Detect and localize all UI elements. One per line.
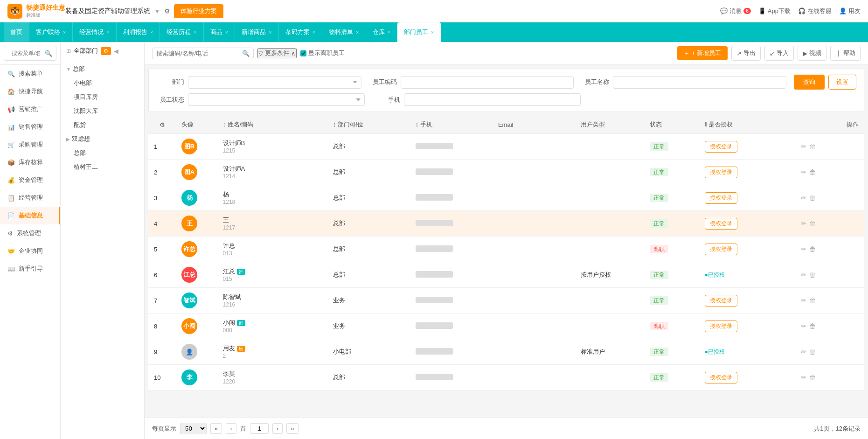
sidebar-item-collab[interactable]: 🤝企业协同 <box>0 242 60 260</box>
edit-btn[interactable]: ✏ <box>801 245 806 253</box>
more-filter-btn[interactable]: ▽ 更多条件 ∧ <box>257 48 297 58</box>
view-btn[interactable]: ▶ 视频 <box>798 46 826 61</box>
delete-btn[interactable]: 🗑 <box>809 220 816 227</box>
page-size-select[interactable]: 50 100 <box>180 423 207 434</box>
auth-login-btn[interactable]: 授权登录 <box>705 167 737 178</box>
set-btn[interactable]: 设置 <box>828 75 856 90</box>
nav-add-goods[interactable]: 新增商品 × <box>235 22 278 42</box>
edit-btn[interactable]: ✏ <box>801 271 806 279</box>
settings-icon[interactable]: ⚙ <box>164 7 170 15</box>
close-icon[interactable]: × <box>63 29 66 35</box>
prev-page-btn[interactable]: ‹ <box>226 423 236 434</box>
td-auth[interactable]: 授权登录 <box>699 134 796 160</box>
last-page-btn[interactable]: » <box>286 423 298 434</box>
dept-node-distribution[interactable]: 配货 <box>61 118 144 132</box>
nav-home[interactable]: 首页 <box>4 22 29 42</box>
show-resigned-checkbox[interactable]: 显示离职员工 <box>300 49 345 57</box>
td-auth[interactable]: 授权登录 <box>699 365 796 390</box>
td-auth[interactable]: 授权登录 <box>699 288 796 314</box>
dept-node-shenyang[interactable]: 沈阳大库 <box>61 104 144 118</box>
close-icon[interactable]: × <box>269 29 271 35</box>
query-btn[interactable]: 查询 <box>794 75 825 90</box>
dept-node-xiaobian[interactable]: 小电部 <box>61 76 144 90</box>
online-service-btn[interactable]: 🎧 在线客服 <box>798 7 832 15</box>
empname-filter-input[interactable] <box>613 76 786 89</box>
import-btn[interactable]: ↙ 导入 <box>764 46 794 61</box>
nav-dept-staff[interactable]: 部门员工 × <box>397 22 441 42</box>
th-name[interactable]: ↕ 姓名/编码 <box>217 116 327 134</box>
export-btn[interactable]: ↗ 导出 <box>731 46 761 61</box>
delete-btn[interactable]: 🗑 <box>809 348 816 355</box>
page-number-input[interactable] <box>250 423 269 434</box>
nav-warehouse[interactable]: 仓库 × <box>366 22 397 42</box>
app-download-btn[interactable]: 📱 App下载 <box>758 7 791 15</box>
sidebar-item-basic[interactable]: 📄基础信息 <box>0 207 60 224</box>
auth-login-btn[interactable]: 授权登录 <box>705 244 737 255</box>
sidebar-item-marketing[interactable]: 📢营销推广 <box>0 100 60 118</box>
delete-btn[interactable]: 🗑 <box>809 374 816 381</box>
nav-profit[interactable]: 利润报告 × <box>117 22 160 42</box>
sidebar-item-sales[interactable]: 📊销售管理 <box>0 118 60 136</box>
dept-node-headquarter2[interactable]: 总部 <box>61 146 144 160</box>
sidebar-item-search[interactable]: 🔍搜索菜单 <box>0 65 60 83</box>
td-auth[interactable]: ●已授权 <box>699 262 796 288</box>
delete-btn[interactable]: 🗑 <box>809 143 816 150</box>
nav-history[interactable]: 经营历程 × <box>160 22 203 42</box>
close-icon[interactable]: × <box>312 29 315 35</box>
delete-btn[interactable]: 🗑 <box>809 271 816 279</box>
nav-customer[interactable]: 客户联络 × <box>29 22 73 42</box>
close-icon[interactable]: × <box>194 29 196 35</box>
dept-action-btn[interactable]: ⚙ <box>101 47 111 55</box>
auth-login-btn[interactable]: 授权登录 <box>705 295 737 307</box>
delete-btn[interactable]: 🗑 <box>809 194 816 202</box>
sidebar-item-system[interactable]: ⚙系统管理 <box>0 224 60 242</box>
sidebar-item-guide[interactable]: 📖新手引导 <box>0 260 60 278</box>
dept-filter-select[interactable] <box>188 76 361 89</box>
td-auth[interactable]: 授权登录 <box>699 185 796 211</box>
sidebar-item-finance[interactable]: 💰资金管理 <box>0 171 60 189</box>
show-resigned-input[interactable] <box>300 50 306 56</box>
first-page-btn[interactable]: « <box>210 423 222 434</box>
dept-node-shuangluxiang[interactable]: ▶ 双虑想 <box>61 132 144 146</box>
close-icon[interactable]: × <box>150 29 153 35</box>
close-icon[interactable]: × <box>225 29 228 35</box>
auth-login-btn[interactable]: 授权登录 <box>705 372 737 383</box>
messages-btn[interactable]: 💬 消息 6 <box>720 7 751 15</box>
auth-login-btn[interactable]: 授权登录 <box>705 218 737 230</box>
td-auth[interactable]: 授权登录 <box>699 160 796 185</box>
user-btn[interactable]: 👤 用友 <box>839 7 861 15</box>
td-auth[interactable]: 授权登录 <box>699 211 796 237</box>
edit-btn[interactable]: ✏ <box>801 168 806 176</box>
collapse-icon[interactable]: ◀ <box>114 48 118 55</box>
edit-btn[interactable]: ✏ <box>801 374 806 381</box>
dept-node-project[interactable]: 项目库房 <box>61 90 144 104</box>
auth-login-btn[interactable]: 授权登录 <box>705 321 737 332</box>
phone-filter-input[interactable] <box>404 93 581 106</box>
delete-btn[interactable]: 🗑 <box>809 322 816 330</box>
th-settings[interactable]: ⚙ <box>148 116 176 134</box>
sidebar-item-inventory[interactable]: 📦库存核算 <box>0 153 60 171</box>
gear-icon[interactable]: ⚙ <box>160 121 165 128</box>
trial-btn[interactable]: 体验行业方案 <box>174 4 223 18</box>
close-icon[interactable]: × <box>106 29 109 35</box>
auth-login-btn[interactable]: 授权登录 <box>705 192 737 204</box>
help-btn[interactable]: ｜ 帮助 <box>830 46 861 61</box>
close-icon[interactable]: × <box>356 29 359 35</box>
add-employee-btn[interactable]: ＋ + 新增员工 <box>677 46 728 60</box>
edit-btn[interactable]: ✏ <box>801 322 806 330</box>
auth-login-btn[interactable]: 授权登录 <box>705 141 737 153</box>
edit-btn[interactable]: ✏ <box>801 297 806 304</box>
td-auth[interactable]: ●已授权 <box>699 339 796 365</box>
edit-btn[interactable]: ✏ <box>801 143 806 150</box>
nav-operation[interactable]: 经营情况 × <box>73 22 116 42</box>
td-auth[interactable]: 授权登录 <box>699 237 796 262</box>
sidebar-item-nav[interactable]: 🏠快捷导航 <box>0 83 60 100</box>
sidebar-search-input[interactable] <box>8 48 45 58</box>
next-page-btn[interactable]: › <box>272 423 283 434</box>
search-input[interactable] <box>156 50 240 57</box>
edit-btn[interactable]: ✏ <box>801 194 806 202</box>
close-icon[interactable]: × <box>388 29 390 35</box>
edit-btn[interactable]: ✏ <box>801 220 806 227</box>
close-icon[interactable]: × <box>431 29 434 35</box>
delete-btn[interactable]: 🗑 <box>809 245 816 253</box>
